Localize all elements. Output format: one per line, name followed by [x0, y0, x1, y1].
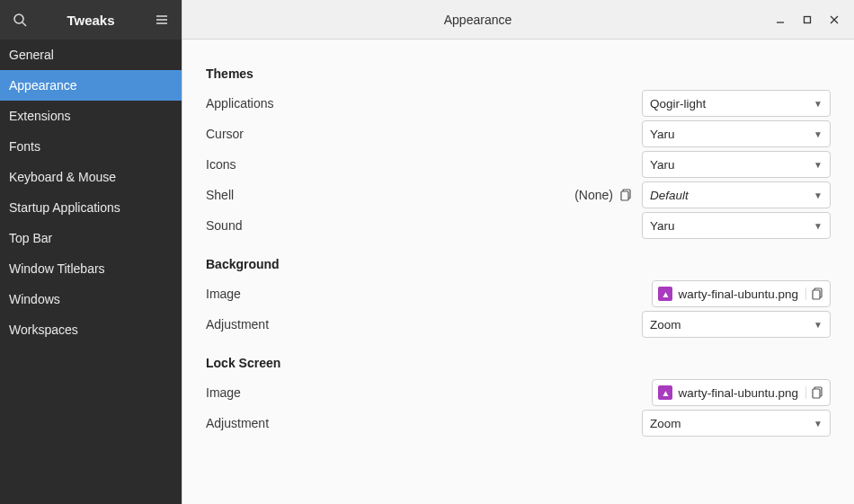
dropdown-ls-adjustment[interactable]: Zoom ▼	[642, 410, 831, 437]
sidebar-list: GeneralAppearanceExtensionsFontsKeyboard…	[0, 40, 182, 345]
image-thumb-icon: ▲	[658, 385, 672, 400]
copy-icon[interactable]	[618, 187, 635, 203]
content-area: Themes Applications Qogir-light ▼ Cursor…	[182, 40, 854, 504]
label-cursor: Cursor	[206, 121, 642, 146]
sidebar-item-top-bar[interactable]: Top Bar	[0, 223, 182, 253]
svg-rect-10	[621, 191, 628, 200]
svg-line-1	[22, 22, 26, 26]
dropdown-shell[interactable]: Default ▼	[642, 181, 831, 208]
file-chooser-ls-image[interactable]: ▲ warty-final-ubuntu.png	[652, 379, 831, 406]
titlebar: Appearance	[182, 0, 854, 40]
svg-rect-12	[813, 290, 820, 299]
dropdown-value: Yaru	[650, 128, 814, 141]
file-chooser-bg-image[interactable]: ▲ warty-final-ubuntu.png	[652, 280, 831, 307]
dropdown-value: Yaru	[650, 219, 814, 233]
row-icons: Icons Yaru ▼	[206, 149, 831, 180]
sidebar-item-keyboard-mouse[interactable]: Keyboard & Mouse	[0, 162, 182, 192]
search-icon[interactable]	[7, 7, 32, 32]
sidebar-item-fonts[interactable]: Fonts	[0, 131, 182, 162]
row-bg-adjustment: Adjustment Zoom ▼	[206, 309, 831, 340]
label-bg-adjustment: Adjustment	[206, 312, 642, 337]
row-ls-image: Image ▲ warty-final-ubuntu.png	[206, 377, 831, 408]
sidebar-item-windows[interactable]: Windows	[0, 284, 182, 314]
chevron-down-icon: ▼	[814, 419, 823, 429]
dropdown-value: Zoom	[650, 417, 814, 430]
row-shell: Shell (None) Default ▼	[206, 180, 831, 210]
chevron-down-icon: ▼	[814, 221, 823, 231]
background-header: Background	[206, 257, 831, 271]
page-title: Appearance	[186, 13, 769, 27]
dropdown-sound[interactable]: Yaru ▼	[642, 212, 831, 239]
svg-rect-14	[813, 389, 820, 398]
close-button[interactable]	[823, 9, 845, 31]
shell-none-label: (None)	[574, 188, 613, 202]
row-applications: Applications Qogir-light ▼	[206, 88, 831, 119]
chevron-down-icon: ▼	[814, 129, 823, 139]
label-shell: Shell	[206, 182, 574, 208]
label-bg-image: Image	[206, 281, 652, 306]
row-cursor: Cursor Yaru ▼	[206, 119, 831, 149]
label-icons: Icons	[206, 152, 642, 177]
row-ls-adjustment: Adjustment Zoom ▼	[206, 408, 831, 438]
sidebar-item-extensions[interactable]: Extensions	[0, 101, 182, 131]
copy-icon	[805, 287, 824, 300]
window-controls	[769, 9, 850, 31]
dropdown-icons[interactable]: Yaru ▼	[642, 151, 831, 178]
lockscreen-header: Lock Screen	[206, 356, 831, 370]
dropdown-value: Default	[650, 189, 814, 202]
sidebar-item-window-titlebars[interactable]: Window Titlebars	[0, 253, 182, 284]
svg-point-0	[14, 14, 23, 23]
sidebar-header: Tweaks	[0, 0, 182, 40]
minimize-button[interactable]	[769, 9, 791, 31]
dropdown-value: Zoom	[650, 318, 814, 332]
image-thumb-icon: ▲	[658, 287, 672, 301]
dropdown-applications[interactable]: Qogir-light ▼	[642, 90, 831, 117]
file-name: warty-final-ubuntu.png	[678, 287, 798, 301]
sidebar-title: Tweaks	[43, 13, 138, 28]
maximize-button[interactable]	[796, 9, 818, 31]
svg-rect-6	[805, 16, 811, 22]
dropdown-value: Yaru	[650, 158, 814, 172]
dropdown-bg-adjustment[interactable]: Zoom ▼	[642, 311, 831, 338]
chevron-down-icon: ▼	[814, 99, 823, 109]
row-bg-image: Image ▲ warty-final-ubuntu.png	[206, 279, 831, 309]
label-ls-image: Image	[206, 380, 652, 405]
dropdown-cursor[interactable]: Yaru ▼	[642, 120, 831, 147]
hamburger-menu-icon[interactable]	[149, 7, 174, 32]
file-name: warty-final-ubuntu.png	[678, 386, 798, 400]
dropdown-value: Qogir-light	[650, 97, 814, 111]
sidebar-item-general[interactable]: General	[0, 40, 182, 70]
label-ls-adjustment: Adjustment	[206, 411, 642, 436]
sidebar: Tweaks GeneralAppearanceExtensionsFontsK…	[0, 0, 182, 504]
label-applications: Applications	[206, 91, 642, 116]
chevron-down-icon: ▼	[814, 160, 823, 170]
themes-header: Themes	[206, 66, 831, 81]
sidebar-item-workspaces[interactable]: Workspaces	[0, 314, 182, 345]
main-panel: Appearance Themes Applications Qogir-lig…	[182, 0, 854, 504]
sidebar-item-appearance[interactable]: Appearance	[0, 70, 182, 101]
chevron-down-icon: ▼	[814, 190, 823, 200]
chevron-down-icon: ▼	[814, 320, 823, 330]
copy-icon	[805, 386, 824, 399]
label-sound: Sound	[206, 213, 642, 238]
row-sound: Sound Yaru ▼	[206, 210, 831, 241]
sidebar-item-startup-applications[interactable]: Startup Applications	[0, 192, 182, 223]
